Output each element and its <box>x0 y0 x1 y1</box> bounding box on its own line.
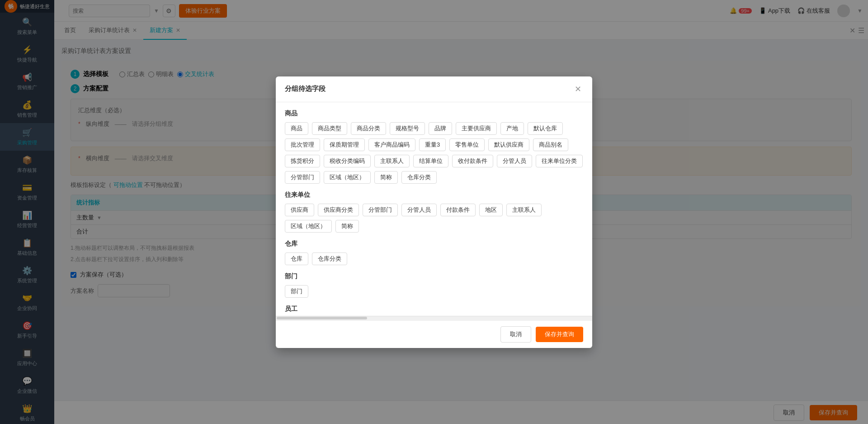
field-tag-0-25[interactable]: 仓库分类 <box>401 171 437 184</box>
field-tag-0-9[interactable]: 保质期管理 <box>324 138 365 151</box>
field-tag-0-0[interactable]: 商品 <box>285 122 308 135</box>
field-tag-0-11[interactable]: 重量3 <box>419 138 446 151</box>
field-tag-0-13[interactable]: 默认供应商 <box>488 138 529 151</box>
field-tag-0-4[interactable]: 品牌 <box>429 122 452 135</box>
modal-title: 分组待选字段 <box>285 85 326 93</box>
field-tag-0-14[interactable]: 商品别名 <box>533 138 568 151</box>
section-title-1: 往来单位 <box>285 191 583 199</box>
field-tag-1-3[interactable]: 分管人员 <box>401 204 437 216</box>
field-tag-1-1[interactable]: 供应商分类 <box>318 204 359 216</box>
field-tag-0-6[interactable]: 产地 <box>500 122 524 135</box>
field-tag-0-24[interactable]: 简称 <box>374 171 398 184</box>
horizontal-scrollbar[interactable] <box>276 316 592 320</box>
field-tag-0-19[interactable]: 收付款条件 <box>452 155 493 167</box>
field-tags-2: 仓库仓库分类 <box>285 252 583 265</box>
field-tag-0-8[interactable]: 批次管理 <box>285 138 320 151</box>
modal-dialog: 分组待选字段 ✕ 商品商品商品类型商品分类规格型号品牌主要供应商产地默认仓库批次… <box>276 76 592 348</box>
field-tag-0-22[interactable]: 分管部门 <box>285 171 320 184</box>
section-title-3: 部门 <box>285 272 583 281</box>
field-tag-1-8[interactable]: 简称 <box>335 220 359 233</box>
field-tag-1-2[interactable]: 分管部门 <box>363 204 398 216</box>
field-tag-0-16[interactable]: 税收分类编码 <box>324 155 371 167</box>
section-title-4: 员工 <box>285 305 583 313</box>
field-tag-1-6[interactable]: 主联系人 <box>506 204 542 216</box>
field-tag-0-12[interactable]: 零售单位 <box>449 138 485 151</box>
field-tag-2-0[interactable]: 仓库 <box>285 252 308 265</box>
field-tag-0-2[interactable]: 商品分类 <box>351 122 386 135</box>
field-tag-2-1[interactable]: 仓库分类 <box>312 252 347 265</box>
section-title-0: 商品 <box>285 110 583 118</box>
field-tag-0-20[interactable]: 分管人员 <box>497 155 532 167</box>
modal-close-button[interactable]: ✕ <box>572 84 583 95</box>
field-tag-1-5[interactable]: 地区 <box>479 204 503 216</box>
field-tags-3: 部门 <box>285 285 583 298</box>
field-tag-0-23[interactable]: 区域（地区） <box>324 171 371 184</box>
field-tags-0: 商品商品类型商品分类规格型号品牌主要供应商产地默认仓库批次管理保质期管理客户商品… <box>285 122 583 184</box>
field-tags-1: 供应商供应商分类分管部门分管人员付款条件地区主联系人区域（地区）简称 <box>285 204 583 233</box>
field-tag-0-5[interactable]: 主要供应商 <box>456 122 497 135</box>
modal-overlay: 分组待选字段 ✕ 商品商品商品类型商品分类规格型号品牌主要供应商产地默认仓库批次… <box>0 0 868 424</box>
field-tag-0-7[interactable]: 默认仓库 <box>528 122 563 135</box>
field-tag-1-0[interactable]: 供应商 <box>285 204 314 216</box>
modal-confirm-button[interactable]: 保存并查询 <box>536 327 583 342</box>
modal-header: 分组待选字段 ✕ <box>276 76 592 102</box>
modal-footer: 取消 保存并查询 <box>276 320 592 348</box>
field-tag-1-7[interactable]: 区域（地区） <box>285 220 332 233</box>
field-tag-1-4[interactable]: 付款条件 <box>440 204 476 216</box>
field-tag-3-0[interactable]: 部门 <box>285 285 308 298</box>
field-tag-0-1[interactable]: 商品类型 <box>312 122 347 135</box>
modal-body: 商品商品商品类型商品分类规格型号品牌主要供应商产地默认仓库批次管理保质期管理客户… <box>276 102 592 316</box>
field-tag-0-3[interactable]: 规格型号 <box>390 122 425 135</box>
field-tag-0-18[interactable]: 结算单位 <box>413 155 448 167</box>
modal-cancel-button[interactable]: 取消 <box>500 326 531 343</box>
field-tag-0-17[interactable]: 主联系人 <box>374 155 410 167</box>
section-title-2: 仓库 <box>285 240 583 248</box>
field-tag-0-21[interactable]: 往来单位分类 <box>536 155 583 167</box>
field-tag-0-15[interactable]: 拣货积分 <box>285 155 320 167</box>
field-tag-0-10[interactable]: 客户商品编码 <box>368 138 415 151</box>
